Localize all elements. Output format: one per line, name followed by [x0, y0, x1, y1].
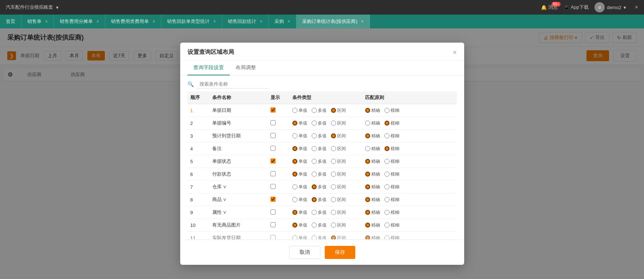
type-range-6[interactable]: 区间 — [331, 171, 346, 177]
dialog-tab-layout[interactable]: 布局调整 — [230, 61, 262, 75]
row-display-checkbox-1[interactable] — [270, 107, 276, 113]
cancel-btn[interactable]: 取消 — [289, 246, 320, 259]
type-single-10[interactable]: 单值 — [292, 222, 307, 228]
type-single-5[interactable]: 单值 — [292, 158, 307, 165]
match-fuzzy-6[interactable]: 模糊 — [384, 171, 399, 177]
match-fuzzy-2[interactable]: 模糊 — [384, 120, 399, 126]
match-exact-8[interactable]: 精确 — [365, 197, 380, 203]
row-display-1[interactable] — [268, 107, 289, 114]
row-display-3[interactable] — [268, 133, 289, 139]
type-range-2[interactable]: 区间 — [331, 120, 346, 126]
row-display-checkbox-11[interactable] — [270, 235, 276, 240]
match-fuzzy-9[interactable]: 模糊 — [384, 209, 399, 216]
dialog-close-btn[interactable]: × — [453, 49, 457, 56]
type-multi-11[interactable]: 多值 — [312, 235, 327, 240]
save-btn[interactable]: 保存 — [325, 246, 355, 259]
tab-sales-return[interactable]: 销售回款统计 × — [222, 15, 269, 28]
type-range-7[interactable]: 区间 — [331, 184, 346, 190]
tab-sales-stats[interactable]: 销售回款单类型统计 × — [161, 15, 222, 28]
type-range-10[interactable]: 区间 — [331, 222, 346, 228]
row-display-9[interactable] — [268, 209, 289, 216]
type-single-4[interactable]: 单值 — [292, 146, 307, 152]
tab-purchase-stats-close[interactable]: × — [361, 19, 364, 24]
type-multi-7[interactable]: 多值 — [312, 184, 327, 190]
match-fuzzy-10[interactable]: 模糊 — [384, 222, 399, 228]
row-display-checkbox-10[interactable] — [270, 222, 276, 227]
match-exact-9[interactable]: 精确 — [365, 209, 380, 216]
type-single-7[interactable]: 单值 — [292, 184, 307, 190]
type-multi-3[interactable]: 多值 — [312, 133, 327, 139]
tab-purchase-close[interactable]: × — [288, 19, 290, 24]
match-exact-6[interactable]: 精确 — [365, 171, 380, 177]
row-display-5[interactable] — [268, 158, 289, 165]
type-multi-9[interactable]: 多值 — [312, 209, 327, 216]
type-multi-10[interactable]: 多值 — [312, 222, 327, 228]
match-exact-10[interactable]: 精确 — [365, 222, 380, 228]
row-display-checkbox-2[interactable] — [270, 120, 276, 125]
type-multi-1[interactable]: 多值 — [312, 107, 327, 114]
app-selector[interactable]: 汽车配件行业模拟账套 ▾ — [6, 4, 59, 11]
type-single-11[interactable]: 单值 — [292, 235, 307, 240]
row-display-4[interactable] — [268, 146, 289, 152]
type-single-3[interactable]: 单值 — [292, 133, 307, 139]
tab-purchase-stats[interactable]: 采购订单统计表(按供应商) × — [296, 15, 370, 28]
tab-sales-order-close[interactable]: × — [45, 19, 48, 24]
match-fuzzy-7[interactable]: 模糊 — [384, 184, 399, 190]
row-display-checkbox-3[interactable] — [270, 133, 276, 138]
type-multi-6[interactable]: 多值 — [312, 171, 327, 177]
match-exact-7[interactable]: 精确 — [365, 184, 380, 190]
tab-sales-order[interactable]: 销售单 × — [21, 15, 54, 28]
user-menu[interactable]: d demo2 ▾ — [594, 2, 626, 12]
type-multi-8[interactable]: 多值 — [312, 197, 327, 203]
type-multi-2[interactable]: 多值 — [312, 120, 327, 126]
search-input[interactable] — [197, 80, 269, 89]
tab-sales-cost-close[interactable]: × — [96, 19, 99, 24]
row-display-checkbox-5[interactable] — [270, 158, 276, 164]
type-single-8[interactable]: 单值 — [292, 197, 307, 203]
type-single-1[interactable]: 单值 — [292, 107, 307, 114]
type-range-1[interactable]: 区间 — [331, 107, 346, 114]
row-display-2[interactable] — [268, 120, 289, 126]
row-display-7[interactable] — [268, 184, 289, 190]
match-exact-11[interactable]: 精确 — [365, 235, 380, 240]
dialog-tab-fields[interactable]: 查询字段设置 — [187, 61, 230, 75]
match-fuzzy-4[interactable]: 模糊 — [384, 146, 399, 152]
tab-home[interactable]: 首页 — [0, 15, 21, 28]
type-range-8[interactable]: 区间 — [331, 197, 346, 203]
type-single-6[interactable]: 单值 — [292, 171, 307, 177]
row-display-checkbox-7[interactable] — [270, 184, 276, 189]
row-display-checkbox-6[interactable] — [270, 171, 276, 176]
match-fuzzy-5[interactable]: 模糊 — [384, 158, 399, 165]
tab-sales-fee-close[interactable]: × — [153, 19, 155, 24]
type-range-4[interactable]: 区间 — [331, 146, 346, 152]
type-single-2[interactable]: 单值 — [292, 120, 307, 126]
row-display-checkbox-8[interactable] — [270, 197, 276, 202]
tab-sales-return-close[interactable]: × — [260, 19, 262, 24]
match-fuzzy-8[interactable]: 模糊 — [384, 197, 399, 203]
match-exact-5[interactable]: 精确 — [365, 158, 380, 165]
download-btn[interactable]: 📱 App下载 — [564, 4, 589, 11]
tab-sales-fee[interactable]: 销售费用类费用单 × — [105, 15, 161, 28]
type-multi-4[interactable]: 多值 — [312, 146, 327, 152]
match-fuzzy-3[interactable]: 模糊 — [384, 133, 399, 139]
row-display-11[interactable] — [268, 235, 289, 240]
notifications-btn[interactable]: 🔔 消息 99+ — [541, 4, 558, 11]
row-display-8[interactable] — [268, 197, 289, 203]
match-exact-3[interactable]: 精确 — [365, 133, 380, 139]
match-exact-1[interactable]: 精确 — [365, 107, 380, 114]
match-fuzzy-1[interactable]: 模糊 — [384, 107, 399, 114]
type-range-9[interactable]: 区间 — [331, 209, 346, 216]
match-exact-2[interactable]: 精确 — [365, 120, 380, 126]
type-range-3[interactable]: 区间 — [331, 133, 346, 139]
row-display-checkbox-4[interactable] — [270, 146, 276, 151]
app-dropdown-icon[interactable]: ▾ — [56, 5, 59, 10]
match-exact-4[interactable]: 精确 — [365, 146, 380, 152]
type-single-9[interactable]: 单值 — [292, 209, 307, 216]
tab-purchase[interactable]: 采购 × — [269, 15, 296, 28]
match-fuzzy-11[interactable]: 模糊 — [384, 235, 399, 240]
row-display-checkbox-9[interactable] — [270, 209, 276, 215]
close-window-btn[interactable]: × — [635, 4, 638, 11]
row-display-6[interactable] — [268, 171, 289, 177]
type-range-11[interactable]: 区间 — [331, 235, 346, 240]
type-range-5[interactable]: 区间 — [331, 158, 346, 165]
